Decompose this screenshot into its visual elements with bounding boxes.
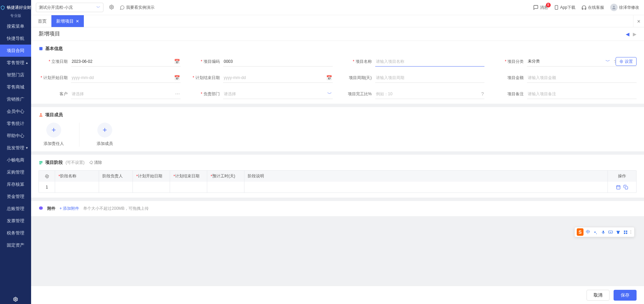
close-all-tabs[interactable]: ✕ — [633, 15, 644, 27]
app-download-link[interactable]: App下载 — [554, 5, 575, 10]
copy-icon — [623, 185, 628, 189]
input-code[interactable] — [223, 56, 333, 67]
input-start-date[interactable] — [71, 56, 181, 67]
sidebar-item-12[interactable]: 采购管理 — [0, 166, 31, 178]
sidebar-item-2[interactable]: 项目合同 — [0, 45, 31, 57]
tab-home[interactable]: 首页 — [33, 15, 51, 27]
clear-stages-link[interactable]: 清除 — [89, 160, 102, 166]
input-name[interactable] — [375, 56, 485, 67]
calendar-icon[interactable]: 📅 — [326, 75, 332, 80]
svg-rect-9 — [39, 162, 42, 163]
chevron-down-icon[interactable]: ﹀ — [605, 58, 610, 65]
add-member-button[interactable]: + — [97, 123, 112, 137]
ime-keyboard-icon[interactable] — [608, 229, 613, 235]
add-owner-button[interactable]: + — [46, 123, 61, 137]
svg-rect-25 — [626, 230, 627, 232]
stage-row-end[interactable] — [170, 182, 207, 193]
sidebar-item-8[interactable]: 零售统计 — [0, 118, 31, 130]
chevron-down-icon[interactable]: ﹀ — [327, 91, 332, 97]
sidebar-item-11[interactable]: 小畅电商 — [0, 154, 31, 166]
sidebar-settings[interactable] — [0, 295, 31, 304]
input-amount[interactable] — [527, 73, 637, 83]
message-icon — [533, 5, 539, 10]
sidebar-item-18[interactable]: 固定资产 — [0, 239, 31, 251]
workspace-select[interactable]: 测试分开流程-小况 ﹀ — [36, 3, 103, 12]
calendar-icon[interactable]: 📅 — [174, 59, 180, 64]
sidebar-item-7[interactable]: 会员中心 — [0, 105, 31, 118]
stage-row-start[interactable] — [133, 182, 170, 193]
sidebar-item-0[interactable]: 搜索菜单 — [0, 20, 31, 32]
sidebar-item-10[interactable]: 批发管理▼ — [0, 142, 31, 154]
sidebar: 畅捷通好业财 专业版 搜索菜单快捷导航项目合同零售管理▲智慧门店零售商城营销推广… — [0, 0, 31, 304]
sidebar-item-14[interactable]: 资金管理 — [0, 191, 31, 203]
input-dept[interactable] — [223, 89, 333, 99]
attachment-hint: 单个大小不超过200MB，可拖拽上传 — [83, 206, 149, 211]
close-icon[interactable]: ✕ — [76, 19, 79, 24]
tab-new-project[interactable]: 新增项目 ✕ — [51, 15, 84, 27]
section-basic: 基本信息 立项日期 📅 项目编码 项目名称 项目分类 ﹀ ? — [31, 41, 644, 104]
ime-toolbox-icon[interactable] — [623, 229, 628, 235]
category-settings-button[interactable]: 设置 — [616, 57, 637, 66]
calendar-icon[interactable]: 📅 — [174, 75, 180, 80]
page-next[interactable]: ▶ — [633, 31, 637, 37]
topbar-settings[interactable] — [109, 4, 114, 11]
add-attachment-link[interactable]: + 添加附件 — [59, 206, 79, 211]
gear-icon — [45, 174, 49, 179]
sidebar-item-3[interactable]: 零售管理▲ — [0, 57, 31, 69]
svg-rect-5 — [39, 47, 42, 50]
stage-table-header: 阶段名称 阶段负责人 计划开始日期 计划结束日期 预计工时(天) 阶段说明 操作 — [39, 171, 636, 182]
input-remark[interactable] — [527, 89, 637, 99]
stage-row-name[interactable] — [55, 182, 99, 193]
add-member-label: 添加成员 — [97, 141, 113, 147]
input-plan-end[interactable] — [223, 73, 333, 83]
ime-lang[interactable]: 中 — [586, 229, 591, 235]
ime-mic-icon[interactable] — [600, 229, 606, 235]
avatar — [610, 4, 618, 11]
stage-table-row[interactable]: 1 — [39, 182, 636, 193]
sidebar-item-15[interactable]: 总账管理 — [0, 203, 31, 215]
section-attachments: 附件 + 添加附件 单个大小不超过200MB，可拖拽上传 — [31, 201, 644, 216]
sidebar-item-9[interactable]: 帮助中心 — [0, 130, 31, 142]
stage-row-hours[interactable] — [207, 182, 244, 193]
customer-service-link[interactable]: 在线客服 — [581, 5, 604, 10]
sidebar-item-13[interactable]: 库存核算 — [0, 178, 31, 191]
sidebar-item-16[interactable]: 发票管理 — [0, 215, 31, 227]
sidebar-item-1[interactable]: 快捷导航 — [0, 32, 31, 45]
phone-icon — [554, 5, 559, 10]
stage-col-gear[interactable] — [39, 171, 55, 182]
input-period[interactable] — [375, 73, 485, 83]
messages-link[interactable]: 消息 8 — [533, 5, 548, 10]
ime-toolbar[interactable]: S 中 •, — [574, 227, 635, 237]
cancel-button[interactable]: 取消 — [587, 290, 610, 301]
section-attach-title: 附件 — [47, 206, 55, 211]
svg-point-11 — [46, 176, 48, 177]
save-button[interactable]: 保存 — [614, 290, 637, 301]
section-members: 项目成员 + 添加责任人 + 添加成员 — [31, 107, 644, 151]
ime-drag-handle[interactable] — [630, 230, 632, 234]
stage-col-hours: 预计工时(天) — [207, 171, 244, 182]
input-customer[interactable] — [71, 89, 181, 99]
user-menu[interactable]: 徐泽华修改 — [610, 4, 639, 11]
sidebar-item-17[interactable]: 税务管理 — [0, 227, 31, 239]
stage-row-action[interactable] — [608, 182, 636, 193]
stage-row-desc[interactable] — [244, 182, 608, 193]
comment-icon — [120, 5, 125, 10]
sidebar-item-5[interactable]: 零售商城 — [0, 81, 31, 93]
view-demo-link[interactable]: 我要看实例演示 — [120, 5, 154, 10]
sidebar-item-6[interactable]: 营销推广 — [0, 93, 31, 105]
ime-skin-icon[interactable] — [615, 229, 621, 235]
help-icon[interactable]: ? — [481, 91, 484, 97]
more-icon[interactable]: ⋯ — [175, 91, 180, 97]
sidebar-item-4[interactable]: 智慧门店 — [0, 69, 31, 81]
ime-punct-icon[interactable]: •, — [593, 229, 598, 235]
svg-point-7 — [40, 113, 42, 115]
input-pct[interactable] — [375, 89, 485, 99]
input-plan-start[interactable] — [71, 73, 181, 83]
gear-icon — [109, 4, 114, 10]
caret-icon: ▲ — [25, 61, 28, 65]
page-prev[interactable]: ◀ — [626, 31, 629, 37]
stage-row-owner[interactable] — [99, 182, 133, 193]
section-icon — [39, 160, 43, 165]
section-stages-hint: (可不设置) — [66, 160, 85, 166]
stage-col-end: 计划结束日期 — [170, 171, 207, 182]
